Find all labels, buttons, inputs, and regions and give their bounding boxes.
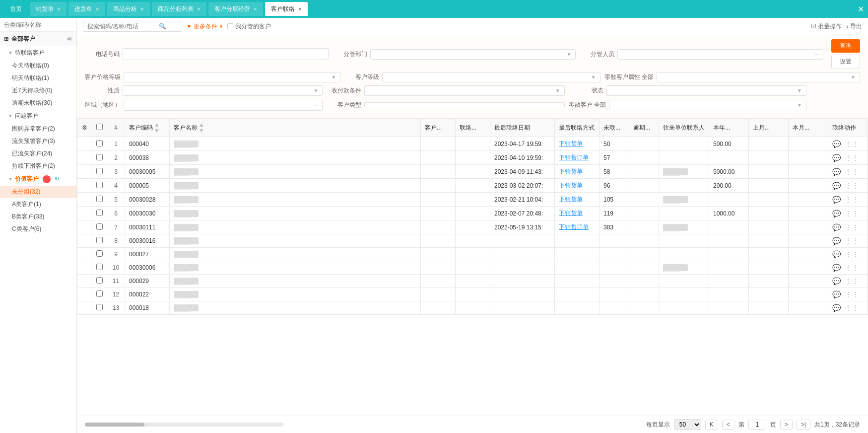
row-last-way[interactable]: 下销货单 [555, 137, 600, 151]
region-select[interactable]: ··· [124, 99, 323, 111]
sidebar-search-input[interactable] [4, 21, 77, 28]
export-button[interactable]: ↓ 导出 [846, 22, 862, 31]
window-close-button[interactable]: ✕ [858, 4, 864, 14]
scrollbar-thumb[interactable] [85, 423, 144, 427]
row-last-way[interactable]: 下销售订单 [555, 151, 600, 165]
nav-tab-sales[interactable]: 销货单 ✕ [30, 2, 67, 16]
last-page-button[interactable]: >| [797, 420, 810, 430]
contact-icon[interactable]: 💬 [832, 182, 841, 190]
row-last-way[interactable]: 下销售订单 [555, 220, 600, 234]
dept-select[interactable]: ▼ [370, 49, 576, 60]
batch-ops-button[interactable]: ☑ 批量操作 [811, 22, 842, 31]
cust-type-select[interactable] [364, 102, 564, 107]
next-page-button[interactable]: > [780, 420, 793, 430]
row-check[interactable] [92, 179, 107, 193]
row-check[interactable] [92, 234, 107, 248]
nav-tab-customer-tier[interactable]: 客户分层经营 ✕ [208, 2, 263, 16]
th-settings[interactable]: ⚙ [77, 119, 92, 137]
more-icon[interactable]: ⋮⋮ [845, 250, 859, 258]
payment-select[interactable]: ▼ [364, 85, 564, 96]
close-product-analysis-icon[interactable]: ✕ [140, 6, 144, 12]
contact-icon[interactable]: 💬 [832, 210, 841, 217]
price-tier-select[interactable]: ▼ [124, 72, 340, 82]
status-select[interactable]: ▼ [606, 85, 806, 96]
nature-select[interactable]: ▼ [123, 85, 323, 96]
contact-icon[interactable]: 💬 [832, 223, 841, 231]
problem-group-header[interactable]: ▼ 问题客户 [0, 109, 76, 123]
more-icon[interactable]: ⋮⋮ [845, 237, 859, 245]
refresh-value-icon[interactable]: ↻ [55, 176, 59, 182]
contact-icon[interactable]: 💬 [832, 250, 841, 258]
query-button[interactable]: 查询 [831, 39, 860, 53]
sidebar-item-churn-warning[interactable]: 流失预警客户(3) [0, 135, 76, 147]
contact-icon[interactable]: 💬 [832, 290, 841, 298]
row-check[interactable] [92, 207, 107, 220]
row-last-way[interactable]: 下销货单 [555, 207, 600, 220]
contact-icon[interactable]: 💬 [832, 277, 841, 285]
more-icon[interactable]: ⋮⋮ [845, 154, 859, 162]
th-code[interactable]: 客户编码▲▼ [125, 119, 170, 137]
row-check[interactable] [92, 275, 107, 288]
all-customers-header[interactable]: ⊞ 全部客户 ≪ [0, 32, 76, 46]
sidebar-item-c-class[interactable]: C类客户(6) [0, 223, 76, 235]
close-product-list-icon[interactable]: ✕ [197, 6, 200, 12]
row-last-way[interactable]: 下销货单 [555, 179, 600, 193]
collapse-icon[interactable]: ≪ [67, 36, 72, 42]
row-check[interactable] [92, 301, 107, 315]
more-icon[interactable]: ⋮⋮ [845, 290, 859, 298]
more-icon[interactable]: ⋮⋮ [845, 264, 859, 272]
contact-icon[interactable]: 💬 [832, 304, 841, 312]
more-icon[interactable]: ⋮⋮ [845, 277, 859, 285]
nav-tab-customer-contact[interactable]: 客户联络 ✕ [265, 2, 308, 16]
more-icon[interactable]: ⋮⋮ [845, 196, 859, 204]
sidebar-item-churned[interactable]: 已流失客户(24) [0, 147, 76, 160]
select-all-checkbox[interactable] [96, 124, 103, 130]
scrollbar-track[interactable] [85, 423, 283, 427]
nav-tab-product-analysis[interactable]: 商品分析 ✕ [107, 2, 150, 16]
more-icon[interactable]: ⋮⋮ [845, 182, 859, 190]
search-input[interactable] [87, 23, 157, 30]
prev-page-button[interactable]: < [722, 420, 734, 430]
nav-tab-product-list[interactable]: 商品分析列表 ✕ [152, 2, 206, 16]
sidebar-item-b-class[interactable]: B类客户(33) [0, 211, 76, 223]
row-last-way[interactable]: 下销货单 [555, 193, 600, 207]
retail-attr-select[interactable]: ▼ [657, 72, 860, 82]
row-check[interactable] [92, 288, 107, 301]
person-select[interactable]: ··· [617, 49, 823, 60]
sidebar-item-ungrouped[interactable]: 未分组(32) [0, 186, 76, 198]
row-check[interactable] [92, 220, 107, 234]
first-page-button[interactable]: K [705, 420, 718, 430]
contact-icon[interactable]: 💬 [832, 264, 841, 272]
row-check[interactable] [92, 261, 107, 275]
sidebar-item-tomorrow-pending[interactable]: 明天待联络(1) [0, 72, 76, 84]
more-icon[interactable]: ⋮⋮ [845, 210, 859, 217]
row-last-way[interactable]: 下销货单 [555, 165, 600, 179]
pending-group-header[interactable]: ▼ 待联络客户 [0, 46, 76, 60]
close-purchase-icon[interactable]: ✕ [95, 6, 99, 12]
sidebar-item-declining[interactable]: 持续下滑客户(2) [0, 160, 76, 172]
phone-input[interactable] [123, 48, 329, 60]
more-filters-button[interactable]: ▼ 更多条件 ∧ [186, 22, 223, 31]
row-check[interactable] [92, 165, 107, 179]
th-check[interactable] [92, 119, 107, 137]
row-check[interactable] [92, 151, 107, 165]
page-number-input[interactable] [748, 420, 766, 430]
close-customer-contact-icon[interactable]: ✕ [298, 6, 302, 12]
th-name[interactable]: 客户名称▲▼ [170, 119, 421, 137]
row-check[interactable] [92, 193, 107, 207]
close-customer-tier-icon[interactable]: ✕ [253, 6, 257, 12]
nav-tab-purchase[interactable]: 进货单 ✕ [68, 2, 105, 16]
reset-button[interactable]: 设置 [831, 55, 860, 69]
sidebar-item-hoarding[interactable]: 囤购异常客户(2) [0, 123, 76, 135]
close-sales-icon[interactable]: ✕ [57, 6, 61, 12]
sidebar-item-week-pending[interactable]: 近7天待联络(0) [0, 84, 76, 97]
more-icon[interactable]: ⋮⋮ [845, 140, 859, 148]
contact-icon[interactable]: 💬 [832, 168, 841, 176]
sidebar-item-a-class[interactable]: A类客户(1) [0, 198, 76, 211]
row-check[interactable] [92, 137, 107, 151]
retail-cust-select[interactable]: ▼ [609, 100, 806, 110]
search-icon[interactable]: 🔍 [159, 23, 166, 30]
more-icon[interactable]: ⋮⋮ [845, 304, 859, 312]
customer-tier-select[interactable]: ▼ [382, 72, 600, 82]
more-icon[interactable]: ⋮⋮ [845, 223, 859, 231]
